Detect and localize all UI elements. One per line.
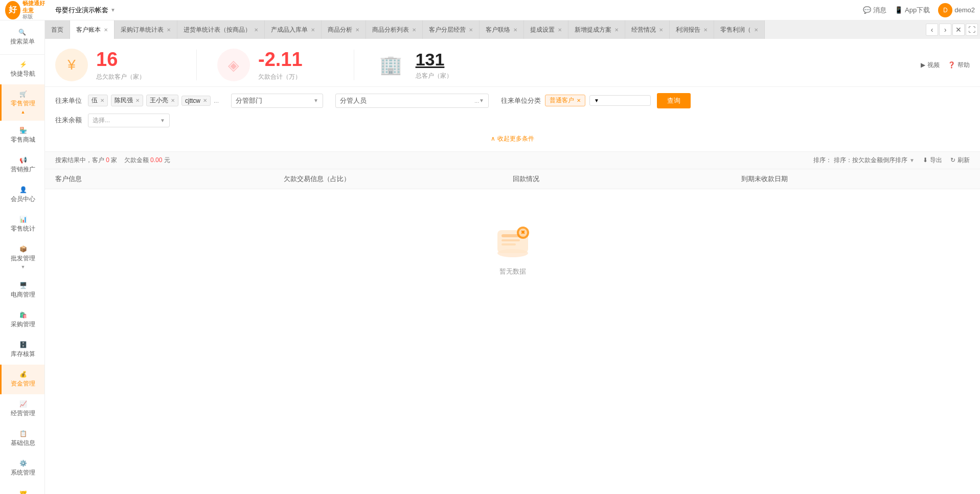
filter-tag-chen-close[interactable]: ✕ bbox=[135, 98, 140, 103]
tab-profit-report[interactable]: 利润报告 ✕ bbox=[670, 20, 714, 39]
tab-purchase-order[interactable]: 采购订单统计表 ✕ bbox=[115, 20, 177, 39]
sidebar-item-finance[interactable]: 💰 资金管理 bbox=[0, 365, 44, 394]
messages-button[interactable]: 💬 消息 bbox=[863, 6, 886, 15]
retail-mgmt-icon: 🛒 bbox=[19, 91, 27, 98]
filter-tag-cjttcw[interactable]: cjttcw ✕ bbox=[181, 96, 211, 106]
refresh-button[interactable]: ↻ 刷新 bbox=[950, 156, 970, 165]
tab-home[interactable]: 首页 bbox=[45, 20, 70, 39]
credit-customers-icon: ¥ bbox=[67, 57, 76, 73]
tab-close-all-button[interactable]: ✕ bbox=[952, 24, 965, 36]
sidebar-item-inventory[interactable]: 🗄️ 库存核算 bbox=[0, 335, 44, 365]
tab-customer-contact-close[interactable]: ✕ bbox=[513, 27, 517, 33]
sidebar-item-retail-stats[interactable]: 📊 零售统计 bbox=[0, 210, 44, 239]
tab-customer-book-close[interactable]: ✕ bbox=[104, 27, 108, 33]
tab-product-analysis[interactable]: 商品分析 ✕ bbox=[322, 20, 366, 39]
classify-filter-group: 往来单位分类 普通客户 ✕ ▼ bbox=[501, 95, 651, 106]
sidebar-item-purchase[interactable]: 🛍️ 采购管理 bbox=[0, 305, 44, 335]
person-filter-more[interactable]: ... bbox=[474, 98, 479, 104]
collapse-button[interactable]: ∧ 收起更多条件 bbox=[55, 132, 970, 145]
filter-tag-wang[interactable]: 王小亮 ✕ bbox=[146, 95, 178, 106]
operations-icon: 📈 bbox=[19, 400, 27, 408]
tab-new-promo-close[interactable]: ✕ bbox=[614, 27, 619, 33]
tab-stock-stats[interactable]: 进货单统计表（按商品） ✕ bbox=[177, 20, 265, 39]
stat-total-debt: ◈ -2.11 欠款合计（万） bbox=[217, 49, 333, 81]
tab-customer-segment[interactable]: 客户分层经营 ✕ bbox=[423, 20, 480, 39]
total-credit-customers-value: 16 bbox=[96, 49, 145, 71]
th-date-info: 到期未收款日期 bbox=[741, 174, 970, 184]
app-download-button[interactable]: 📱 App下载 bbox=[895, 6, 930, 15]
remainder-select-arrow-icon: ▼ bbox=[160, 118, 165, 123]
tab-customer-contact-label: 客户联络 bbox=[486, 26, 510, 34]
sidebar-item-member-center[interactable]: 👤 会员中心 bbox=[0, 180, 44, 210]
classify-dropdown[interactable]: ▼ bbox=[589, 95, 651, 106]
tab-product-analysis-list-close[interactable]: ✕ bbox=[412, 27, 416, 33]
video-help-button[interactable]: ▶ 视频 bbox=[921, 61, 940, 70]
tab-product-stock[interactable]: 产成品入库单 ✕ bbox=[265, 20, 322, 39]
inventory-label: 库存核算 bbox=[11, 350, 35, 358]
filter-tag-cjttcw-close[interactable]: ✕ bbox=[203, 98, 207, 103]
sidebar-item-operations[interactable]: 📈 经营管理 bbox=[0, 394, 44, 424]
total-customers-icon: 🏢 bbox=[379, 54, 402, 76]
collapse-up-icon: ∧ bbox=[491, 135, 495, 142]
sidebar-item-retail-mall[interactable]: 🏪 零售商城 bbox=[0, 121, 44, 150]
export-button[interactable]: ⬇ 导出 bbox=[923, 156, 942, 165]
dept-filter-select[interactable]: 分管部门 ▼ bbox=[231, 94, 323, 108]
query-button[interactable]: 查询 bbox=[657, 93, 691, 108]
sidebar-item-sys-mgmt[interactable]: ⚙️ 系统管理 bbox=[0, 454, 44, 483]
tab-customer-contact[interactable]: 客户联络 ✕ bbox=[480, 20, 524, 39]
version-selector[interactable]: 母婴行业演示帐套 ▼ bbox=[50, 6, 863, 15]
sidebar-item-retail-mgmt[interactable]: 🛒 零售管理 ▲ bbox=[0, 84, 44, 121]
classify-tag-close[interactable]: ✕ bbox=[577, 98, 581, 103]
filter-tag-chen[interactable]: 陈民强 ✕ bbox=[111, 95, 143, 106]
version-label: 母婴行业演示帐套 bbox=[55, 6, 108, 15]
tab-customer-segment-close[interactable]: ✕ bbox=[469, 27, 473, 33]
sidebar-item-basic-info[interactable]: 📋 基础信息 bbox=[0, 424, 44, 454]
filter-row-1: 往来单位 伍 ✕ 陈民强 ✕ 王小亮 bbox=[55, 93, 970, 108]
tab-home-label: 首页 bbox=[51, 26, 63, 34]
tab-customer-book-label: 客户账本 bbox=[76, 26, 101, 34]
sidebar-item-quick-nav[interactable]: ⚡ 快捷导航 bbox=[0, 55, 44, 84]
help-button[interactable]: ❓ 帮助 bbox=[948, 61, 970, 70]
tab-operation-status[interactable]: 经营情况 ✕ bbox=[625, 20, 670, 39]
sidebar-item-batch-mgmt[interactable]: 📦 批发管理 ▼ bbox=[0, 239, 44, 276]
tab-product-analysis-list[interactable]: 商品分析列表 ✕ bbox=[366, 20, 423, 39]
tab-retail-profit-close[interactable]: ✕ bbox=[754, 27, 758, 33]
tab-product-stock-close[interactable]: ✕ bbox=[311, 27, 315, 33]
filter-tag-wu-close[interactable]: ✕ bbox=[100, 98, 104, 103]
table-header: 客户信息 欠款交易信息（占比） 回款情况 到期未收款日期 bbox=[45, 169, 980, 189]
remainder-filter-select[interactable]: 选择... ▼ bbox=[88, 114, 170, 127]
tab-operation-status-close[interactable]: ✕ bbox=[659, 27, 663, 33]
tab-purchase-order-close[interactable]: ✕ bbox=[167, 27, 171, 33]
quick-nav-icon: ⚡ bbox=[19, 61, 27, 68]
person-filter-select[interactable]: 分管人员 ... ▼ bbox=[335, 94, 489, 108]
tab-scroll-left-button[interactable]: ‹ bbox=[926, 24, 938, 36]
tab-stock-stats-label: 进货单统计表（按商品） bbox=[184, 26, 251, 34]
sidebar-item-marketing[interactable]: 📢 营销推广 bbox=[0, 150, 44, 180]
tab-maximize-button[interactable]: ⛶ bbox=[966, 24, 978, 36]
filter-tag-wang-close[interactable]: ✕ bbox=[171, 98, 175, 103]
tab-retail-profit[interactable]: 零售利润（ ✕ bbox=[714, 20, 765, 39]
debt-unit: 元 bbox=[164, 156, 170, 164]
tab-scroll-right-button[interactable]: › bbox=[939, 24, 951, 36]
tab-promo-settings[interactable]: 提成设置 ✕ bbox=[524, 20, 568, 39]
user-profile-button[interactable]: D demo2 bbox=[938, 3, 975, 17]
sys-mgmt-label: 系统管理 bbox=[11, 468, 35, 477]
ecommerce-icon: 🖥️ bbox=[19, 282, 27, 289]
tab-product-analysis-close[interactable]: ✕ bbox=[355, 27, 359, 33]
dept-select-arrow-icon: ▼ bbox=[313, 98, 318, 103]
sidebar-item-ecommerce[interactable]: 🖥️ 电商管理 bbox=[0, 276, 44, 305]
tab-new-promo[interactable]: 新增提成方案 ✕ bbox=[568, 20, 625, 39]
classify-filter-tag[interactable]: 普通客户 ✕ bbox=[545, 95, 585, 106]
sidebar-item-enterprise[interactable]: 🤝 企业协同 bbox=[0, 483, 44, 494]
filter-tag-wu[interactable]: 伍 ✕ bbox=[88, 95, 108, 106]
tab-profit-report-close[interactable]: ✕ bbox=[703, 27, 708, 33]
filter-tags-more[interactable]: ... bbox=[214, 97, 219, 104]
tab-customer-book[interactable]: 客户账本 ✕ bbox=[70, 20, 115, 39]
search-menu-button[interactable]: 🔍 搜索菜单 bbox=[0, 26, 44, 49]
sort-selector[interactable]: 排序： 排序：按欠款金额倒序排序 ▼ bbox=[813, 156, 915, 165]
tab-stock-stats-close[interactable]: ✕ bbox=[254, 27, 258, 33]
sort-label-text: 排序： bbox=[813, 156, 832, 165]
tab-promo-settings-close[interactable]: ✕ bbox=[558, 27, 562, 33]
enterprise-icon: 🤝 bbox=[19, 489, 27, 494]
collapse-row: ∧ 收起更多条件 bbox=[55, 132, 970, 145]
